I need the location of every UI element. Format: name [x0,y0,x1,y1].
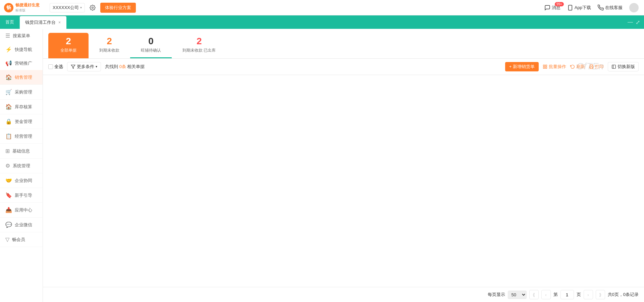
print-btn[interactable]: 打印 [589,64,604,70]
marketing-icon: 📢 [5,60,12,66]
add-sale-order-btn[interactable]: + 新增销货单 [505,62,539,71]
basic-info-icon: ⊞ [5,148,10,154]
stat-count-wangfu: 0 [148,36,154,47]
pagination: 每页显示 50 100 200 ⟪ ‹ 第 页 › ⟫ 共0页，0条记录 [43,287,644,302]
chevron-down-icon: ▾ [96,65,97,68]
toolbar-right: + 新增销货单 批量操作 刷新 [505,62,639,71]
sidebar-item-system[interactable]: ⚙ 系统管理 [0,159,43,173]
sidebar-item-guide[interactable]: 🔖 新手引导 [0,188,43,203]
found-count: 0条 [119,64,126,69]
prev-page-btn[interactable]: ‹ [541,290,551,299]
online-service-btn[interactable]: 在线客服 [598,5,623,11]
sidebar-item-app-center[interactable]: 📥 应用中心 [0,203,43,218]
stat-count-overdue-shipped: 2 [197,36,202,47]
search-icon: ☰ [5,33,10,39]
tab-qianhuoriqing[interactable]: 钱货日清工作台 × [20,16,66,29]
purchase-icon: 🛒 [5,89,12,95]
stat-tab-wangfu[interactable]: 0 旺辅待确认 [130,33,172,58]
toolbar: 全选 更多条件 ▾ 共找到 0条 相关单据 + 新增销货单 [43,59,644,75]
sidebar-item-inventory[interactable]: 🏠 库存核算 [0,100,43,114]
enterprise-icon: 🤝 [5,177,12,184]
stat-label-wangfu: 旺辅待确认 [141,48,161,53]
sidebar-item-quick-nav[interactable]: ⚡ 快捷导航 [0,43,43,56]
capital-icon: 🔒 [5,118,12,125]
first-page-btn[interactable]: ⟪ [529,290,539,299]
sidebar-item-enterprise[interactable]: 🤝 企业协同 [0,173,43,188]
stat-tab-all[interactable]: 2 全部单据 [48,33,89,58]
stat-label-overdue: 到期未收款 [99,48,119,53]
sidebar-item-operations[interactable]: 📋 经营管理 [0,129,43,144]
stat-count-overdue: 2 [107,36,112,47]
guide-icon: 🔖 [5,192,12,198]
user-avatar [629,3,639,12]
found-text: 共找到 0条 相关单据 [105,64,145,70]
svg-rect-5 [545,65,547,66]
total-records: 共0页，0条记录 [608,292,639,298]
logo-text: 畅捷通好生意 标准版 [15,2,40,13]
logo-icon: 畅 [4,3,13,12]
stat-tab-overdue-shipped[interactable]: 2 到期未收款 已出库 [172,33,226,58]
sidebar-item-marketing[interactable]: 📢 营销推广 [0,56,43,70]
message-badge: 99+ [555,2,564,6]
sidebar-item-capital[interactable]: 🔒 资金管理 [0,114,43,129]
system-icon: ⚙ [5,163,10,169]
header-right: 消息 99+ App下载 在线客服 [544,3,640,12]
switch-new-version-btn[interactable]: 切换新版 [608,62,639,71]
svg-rect-7 [543,67,545,68]
stat-count-all: 2 [66,36,71,47]
last-page-btn[interactable]: ⟫ [596,290,605,299]
table-area [43,75,644,287]
tab-minimize-icon[interactable]: — [628,19,633,25]
tab-maximize-icon[interactable]: ⤢ [636,19,640,25]
app-download-btn[interactable]: App下载 [567,5,591,11]
chevron-down-icon: ▾ [80,6,82,9]
batch-operation-btn[interactable]: 批量操作 [543,64,566,70]
stat-label-overdue-shipped: 到期未收款 已出库 [182,48,216,53]
svg-rect-6 [545,67,547,68]
member-icon: ▽ [5,236,9,243]
quick-nav-icon: ⚡ [5,46,12,53]
main-layout: ☰ 搜索菜单 ⚡ 快捷导航 📢 营销推广 🏠 销售管理 🛒 采购管理 🏠 库存核… [0,29,644,302]
stat-label-all: 全部单据 [60,48,76,53]
company-selector[interactable]: XXXXXX公司 ▾ [50,3,85,12]
sidebar-item-basic-info[interactable]: ⊞ 基础信息 [0,144,43,159]
svg-rect-4 [543,65,545,66]
filter-btn[interactable]: 更多条件 ▾ [67,62,101,71]
avatar[interactable] [629,3,640,12]
sidebar-item-search[interactable]: ☰ 搜索菜单 [0,29,43,43]
content-area: 2 全部单据 2 到期未收款 0 旺辅待确认 2 到期未收款 已出库 全选 [43,29,644,302]
stat-tab-overdue[interactable]: 2 到期未收款 [89,33,130,58]
sidebar: ☰ 搜索菜单 ⚡ 快捷导航 📢 营销推广 🏠 销售管理 🛒 采购管理 🏠 库存核… [0,29,43,302]
svg-point-0 [92,7,94,8]
checkbox-icon [48,64,53,69]
experience-btn[interactable]: 体验行业方案 [100,3,136,13]
tab-right-controls: — ⤢ [628,19,644,25]
select-all-checkbox[interactable]: 全选 [48,64,63,70]
svg-marker-3 [71,65,75,68]
tab-home[interactable]: 首页 [0,15,20,29]
wechat-icon: 💬 [5,222,12,228]
tab-close-icon[interactable]: × [58,20,61,25]
operations-icon: 📋 [5,133,12,139]
sidebar-item-member[interactable]: ▽ 畅会员 [0,232,43,247]
settings-icon[interactable] [88,3,98,13]
sidebar-item-wechat[interactable]: 💬 企业微信 [0,218,43,232]
sidebar-item-purchase[interactable]: 🛒 采购管理 [0,85,43,100]
stats-tabs: 2 全部单据 2 到期未收款 0 旺辅待确认 2 到期未收款 已出库 [43,29,644,59]
app-center-icon: 📥 [5,207,12,213]
inventory-icon: 🏠 [5,104,12,110]
page-input[interactable] [560,290,574,299]
next-page-btn[interactable]: › [584,290,593,299]
top-header: 畅 畅捷通好生意 标准版 XXXXXX公司 ▾ 体验行业方案 消息 99+ [0,0,644,15]
message-btn[interactable]: 消息 99+ [544,5,560,11]
svg-rect-9 [612,65,616,68]
page-size-select[interactable]: 50 100 200 [508,291,527,299]
svg-rect-8 [590,67,593,69]
sales-icon: 🏠 [5,74,12,80]
tab-bar: 首页 钱货日清工作台 × — ⤢ [0,15,644,29]
logo-area: 畅 畅捷通好生意 标准版 [4,2,47,13]
refresh-btn[interactable]: 刷新 [570,64,585,70]
sidebar-item-sales[interactable]: 🏠 销售管理 [0,70,43,85]
